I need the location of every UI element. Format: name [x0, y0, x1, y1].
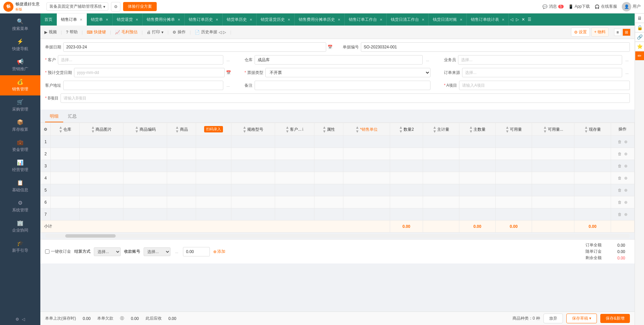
- row-available-more[interactable]: [532, 160, 574, 172]
- tab-close-icon[interactable]: ✕: [422, 18, 424, 22]
- row-attribute[interactable]: [314, 148, 343, 160]
- row-main-unit[interactable]: [423, 184, 459, 196]
- row-product-image[interactable]: [80, 184, 123, 196]
- row-product-image[interactable]: [80, 136, 123, 148]
- tab-sales-order[interactable]: 销售订单 ✕: [57, 13, 87, 26]
- row-warehouse[interactable]: [51, 148, 80, 160]
- pay-method-select[interactable]: 选择...: [94, 247, 121, 256]
- history-nav-right[interactable]: ▷: [223, 30, 226, 35]
- th-settings[interactable]: ⚙: [41, 123, 51, 136]
- tab-nav-right[interactable]: ▷: [515, 17, 520, 22]
- order-source-input[interactable]: [462, 68, 622, 77]
- th-sales-unit[interactable]: ▲▼ *销售单位: [343, 123, 390, 136]
- copy-icon[interactable]: ⊕: [624, 200, 628, 205]
- history-nav-left[interactable]: ◁: [219, 30, 222, 35]
- a-project-input[interactable]: [459, 81, 630, 90]
- row-product-code[interactable]: [123, 208, 167, 220]
- row-current-qty[interactable]: [574, 136, 611, 148]
- sidebar-item-inventory[interactable]: 📦 库存核算: [0, 116, 40, 136]
- row-product-code[interactable]: [123, 172, 167, 184]
- th-scan[interactable]: 扫码录入: [196, 123, 231, 136]
- tab-close-icon[interactable]: ✕: [178, 18, 180, 22]
- tab-daily-workbench[interactable]: 钱货日清工作台 ✕: [387, 13, 429, 26]
- row-warehouse[interactable]: [51, 208, 80, 220]
- operation-toolbar-item[interactable]: ⚙ 操作: [173, 29, 186, 35]
- settings-icon[interactable]: ⚙: [111, 2, 120, 11]
- tab-close-icon[interactable]: ✕: [380, 18, 382, 22]
- quick-order-checkbox[interactable]: 一键收订金: [45, 249, 71, 254]
- shortcuts-toolbar-item[interactable]: ⌨ 快捷键: [87, 29, 106, 35]
- row-qty2[interactable]: [390, 196, 423, 208]
- row-warehouse[interactable]: [51, 196, 80, 208]
- row-spec[interactable]: [231, 208, 275, 220]
- right-icon-4[interactable]: ⭐: [635, 42, 644, 51]
- customer-input[interactable]: [58, 55, 223, 65]
- tab-sales-workbench[interactable]: 销售订单工作台 ✕: [345, 13, 387, 26]
- row-product[interactable]: [167, 184, 196, 196]
- right-icon-1[interactable]: 🖥: [635, 13, 644, 23]
- row-available-more[interactable]: [532, 172, 574, 184]
- row-product-image[interactable]: [80, 148, 123, 160]
- row-customer-code[interactable]: [275, 172, 314, 184]
- amount-input[interactable]: [183, 247, 210, 256]
- row-product[interactable]: [167, 208, 196, 220]
- row-available-more[interactable]: [532, 136, 574, 148]
- row-warehouse[interactable]: [51, 136, 80, 148]
- system-selector[interactable]: 装备及固定资产辅助管理系统 ▾: [46, 2, 108, 11]
- row-attribute[interactable]: [314, 208, 343, 220]
- tab-sales-bill-history[interactable]: 销货单历史 ✕: [223, 13, 257, 26]
- row-sales-unit[interactable]: [343, 208, 390, 220]
- settings-button[interactable]: ⚙ 设置: [571, 28, 590, 37]
- sidebar-item-purchase[interactable]: 🛒 采购管理: [0, 95, 40, 116]
- sidebar-item-system[interactable]: ⚙ 系统管理: [0, 196, 40, 216]
- delete-icon[interactable]: 🗑: [618, 176, 622, 180]
- row-product[interactable]: [167, 136, 196, 148]
- th-available-qty[interactable]: ▲▼ 可用量: [496, 123, 532, 136]
- row-current-qty[interactable]: [574, 160, 611, 172]
- row-main-qty[interactable]: [459, 184, 495, 196]
- row-main-unit[interactable]: [423, 148, 459, 160]
- tab-close-icon[interactable]: ✕: [460, 18, 462, 22]
- sidebar-item-sales[interactable]: 💰 销售管理: [0, 75, 40, 95]
- row-product[interactable]: [167, 160, 196, 172]
- print-toolbar-item[interactable]: 🖨 打印 ▾: [147, 29, 163, 35]
- row-available-qty[interactable]: [496, 196, 532, 208]
- sidebar-item-search[interactable]: 🔍 搜索菜单: [0, 15, 40, 35]
- row-main-qty[interactable]: [459, 136, 495, 148]
- discard-button[interactable]: 放弃: [543, 314, 563, 323]
- warehouse-input[interactable]: [255, 55, 423, 65]
- row-main-unit[interactable]: [423, 196, 459, 208]
- th-product[interactable]: ▲▼ 商品: [167, 123, 196, 136]
- save-new-button[interactable]: 保存&新增: [600, 314, 630, 323]
- salesman-input[interactable]: [458, 55, 622, 65]
- row-available-more[interactable]: [532, 148, 574, 160]
- delete-icon[interactable]: 🗑: [618, 152, 622, 156]
- row-current-qty[interactable]: [574, 208, 611, 220]
- copy-icon[interactable]: ⊕: [624, 212, 628, 217]
- delete-icon[interactable]: 🗑: [618, 164, 622, 168]
- row-available-qty[interactable]: [496, 136, 532, 148]
- row-available-qty[interactable]: [496, 172, 532, 184]
- th-current-qty[interactable]: ▲▼ 现存量: [574, 123, 611, 136]
- view-toolbar-item[interactable]: ▶ 视频: [44, 29, 57, 35]
- th-attribute[interactable]: ▲▼ 属性: [314, 123, 343, 136]
- warehouse-more-icon[interactable]: ...: [425, 58, 430, 62]
- sidebar-item-marketing[interactable]: 📢 营销推广: [0, 55, 40, 75]
- row-available-more[interactable]: [532, 196, 574, 208]
- row-product-image[interactable]: [80, 160, 123, 172]
- row-qty2[interactable]: [390, 148, 423, 160]
- row-attribute[interactable]: [314, 184, 343, 196]
- copy-icon[interactable]: ⊕: [624, 188, 628, 193]
- tab-sales-stats[interactable]: 销售订单统计表 ✕: [467, 13, 509, 26]
- copy-icon[interactable]: ⊕: [624, 176, 628, 180]
- row-qty2[interactable]: [390, 172, 423, 184]
- row-product-code[interactable]: [123, 160, 167, 172]
- row-spec[interactable]: [231, 172, 275, 184]
- tab-nav-left[interactable]: ◁: [509, 17, 515, 22]
- row-sales-unit[interactable]: [343, 136, 390, 148]
- row-current-qty[interactable]: [574, 148, 611, 160]
- sidebar-bottom[interactable]: ⚙ ◁: [12, 314, 28, 325]
- delete-icon[interactable]: 🗑: [618, 200, 622, 205]
- address-more-icon[interactable]: ...: [225, 83, 231, 87]
- tab-sales-bill[interactable]: 销货单 ✕: [87, 13, 113, 26]
